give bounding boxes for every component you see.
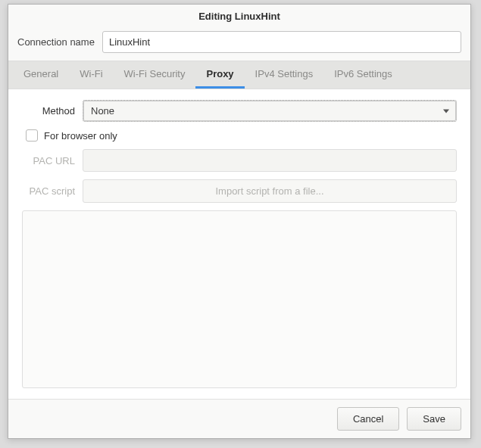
connection-name-row: Connection name: [8, 30, 470, 61]
method-label: Method: [22, 105, 75, 117]
tab-bar: General Wi-Fi Wi-Fi Security Proxy IPv4 …: [8, 61, 470, 89]
connection-name-input[interactable]: [102, 31, 461, 53]
tab-wifi-security[interactable]: Wi-Fi Security: [114, 61, 196, 89]
tab-ipv4[interactable]: IPv4 Settings: [245, 61, 324, 89]
tab-proxy[interactable]: Proxy: [195, 61, 244, 89]
import-script-button: Import script from a file...: [83, 179, 457, 203]
tab-ipv6[interactable]: IPv6 Settings: [323, 61, 403, 89]
cancel-button[interactable]: Cancel: [337, 407, 399, 431]
dialog-footer: Cancel Save: [8, 399, 470, 438]
method-select[interactable]: None: [83, 100, 457, 122]
tab-wifi[interactable]: Wi-Fi: [69, 61, 113, 89]
browser-only-checkbox[interactable]: [26, 129, 38, 142]
dialog-window: Editing LinuxHint Connection name Genera…: [8, 4, 471, 439]
tab-general[interactable]: General: [13, 61, 69, 89]
chevron-down-icon: [443, 109, 449, 113]
browser-only-label: For browser only: [44, 130, 117, 142]
method-value: None: [83, 100, 457, 122]
save-button[interactable]: Save: [407, 407, 461, 431]
proxy-panel: Method None For browser only PAC URL PAC…: [8, 89, 470, 399]
pac-script-row: PAC script Import script from a file...: [22, 179, 457, 203]
method-row: Method None: [22, 100, 457, 122]
pac-url-row: PAC URL: [22, 149, 457, 172]
pac-script-label: PAC script: [22, 185, 75, 197]
pac-url-label: PAC URL: [22, 155, 75, 166]
browser-only-row: For browser only: [22, 129, 457, 142]
pac-url-input: [83, 149, 457, 172]
pac-script-textarea: [22, 210, 457, 388]
connection-name-label: Connection name: [17, 36, 95, 48]
dialog-title: Editing LinuxHint: [8, 5, 470, 30]
